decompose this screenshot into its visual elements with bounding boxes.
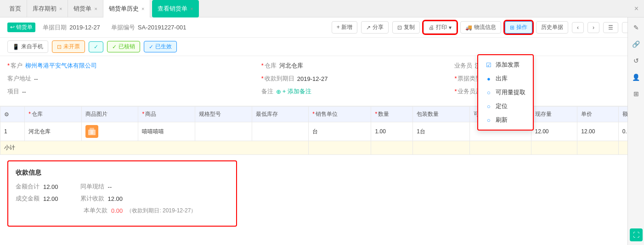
history-button[interactable]: 历史单据 [536, 21, 568, 34]
tab-inventory-close[interactable]: × [59, 6, 62, 11]
col-warehouse: 仓库 [25, 107, 82, 122]
total-amount-field: 金额合计 12.00 [16, 182, 58, 191]
svg-rect-1 [90, 128, 94, 131]
confirm-icon: ✓ [94, 44, 98, 50]
available-qty-item[interactable]: ○ 可用量提取 [478, 85, 533, 99]
due-date-value: 2019-12-27 [297, 75, 328, 82]
tab-bar-close-button[interactable]: × [634, 5, 638, 13]
list-view-button[interactable]: ☰ [603, 22, 618, 33]
ops-button[interactable]: ⊞ 操作 [505, 21, 532, 34]
confirm-button[interactable]: ✓ [89, 41, 103, 52]
radio-selected-icon: ● [486, 75, 492, 82]
print-button[interactable]: 🖨 打印 ▾ [424, 21, 457, 34]
total-amount-label: 金额合计 [16, 182, 40, 191]
from-mobile-button[interactable]: 📱 来自手机 [7, 40, 48, 53]
locate-item[interactable]: ○ 定位 [478, 99, 533, 113]
row-spec [195, 122, 252, 141]
col-settings[interactable]: ⚙ [0, 107, 25, 122]
row-min-stock [252, 122, 309, 141]
row-quantity: 1.00 [371, 122, 413, 141]
tab-bar: 首页 库存期初 × 销货单 × 销货单历史 × 查看销货单 × × [0, 0, 644, 17]
outbound-item[interactable]: ● 出库 [478, 72, 533, 85]
due-date-hint: （收款到期日: 2019-12-27） [126, 207, 196, 215]
same-order-value: -- [108, 183, 112, 190]
customer-value[interactable]: 柳州粤港平安气体有限公司 [25, 62, 97, 70]
address-value: -- [34, 75, 38, 82]
subtotal-price [577, 141, 618, 155]
form-section: 客户 柳州粤港平安气体有限公司 仓库 河北仓库 业务员 演示账号 客户地址 --… [0, 56, 644, 106]
prev-button[interactable]: ‹ [572, 22, 584, 33]
add-remark-button[interactable]: ⊕ + 添加备注 [276, 87, 311, 96]
subtotal-unit [309, 141, 371, 155]
tab-sales-close[interactable]: × [94, 6, 97, 11]
warehouse-label: 仓库 [261, 62, 277, 70]
due-date-field: 收款到期日 2019-12-27 [261, 74, 444, 83]
add-invoice-item[interactable]: ☑ 添加发票 [478, 58, 533, 72]
row-unit-price: 12.00 [577, 122, 618, 141]
ticket-icon: ⊡ [57, 44, 62, 50]
logistics-icon: 🚚 [465, 24, 472, 31]
copy-icon: ⊡ [397, 24, 402, 31]
col-product: 商品 [138, 107, 195, 122]
print-icon: 🖨 [429, 24, 434, 31]
form-row-1: 客户 柳州粤港平安气体有限公司 仓库 河北仓库 业务员 演示账号 [7, 62, 637, 70]
sidebar-edit-icon[interactable]: ✎ [630, 21, 643, 34]
transaction-value: 12.00 [43, 195, 58, 202]
col-unit-price: 单价 [577, 107, 618, 122]
cumulative-field: 累计收款 12.00 [80, 194, 123, 203]
next-button[interactable]: › [588, 22, 599, 33]
sidebar-user-icon[interactable]: 👤 [630, 71, 643, 84]
tab-inventory[interactable]: 库存期初 × [27, 0, 68, 17]
sidebar-grid-icon[interactable]: ⊞ [630, 87, 643, 100]
tab-sales-history-close[interactable]: × [141, 6, 144, 11]
copy-button[interactable]: ⊡ 复制 [392, 21, 420, 34]
arrears-field: 本单欠款 0.00 （收款到期日: 2019-12-27） [84, 206, 196, 215]
tab-sales[interactable]: 销货单 × [68, 0, 103, 17]
add-invoice-label: 添加发票 [496, 61, 520, 69]
receipt-row-3: 本单欠款 0.00 （收款到期日: 2019-12-27） [16, 206, 229, 215]
mobile-icon: 📱 [12, 44, 19, 50]
tab-view-sales-close[interactable]: × [190, 6, 193, 11]
print-dropdown-icon: ▾ [449, 24, 452, 31]
sidebar-link-icon[interactable]: 🔗 [630, 38, 643, 51]
doc-date-label: 单据日期 [43, 23, 67, 32]
doc-meta: 单据日期 2019-12-27 单据编号 SA-20191227-001 [43, 23, 324, 32]
sales-table: ⚙ 仓库 商品图片 商品 规格型号 最低库存 销售单位 数量 包装数量 可用量 … [0, 106, 644, 155]
same-order-field: 同单现结 -- [80, 182, 112, 191]
cumulative-label: 累计收款 [80, 194, 104, 203]
tab-sales-history-label: 销货单历史 [109, 5, 139, 13]
toolbar: + 新增 ↗ 分享 ⊡ 复制 🖨 打印 ▾ 🚚 物流信息 ⊞ 操作 [332, 21, 637, 34]
refresh-item[interactable]: ○ 刷新 [478, 113, 533, 127]
radio-icon-3: ○ [486, 117, 492, 123]
doc-header: ↩ 销货单 单据日期 2019-12-27 单据编号 SA-20191227-0… [0, 17, 644, 38]
doc-type-icon: ↩ 销货单 [7, 23, 35, 32]
new-button[interactable]: + 新增 [332, 21, 357, 34]
arrears-value: 0.00 [111, 207, 123, 214]
subtotal-label: 小计 [0, 141, 309, 155]
outbound-label: 出库 [496, 74, 508, 83]
subtotal-row: 小计 [0, 141, 644, 155]
tab-sales-history[interactable]: 销货单历史 × [103, 0, 150, 17]
not-open-button[interactable]: ⊡ 未开票 [52, 40, 85, 53]
col-quantity: 数量 [371, 107, 413, 122]
table-header-row: ⚙ 仓库 商品图片 商品 规格型号 最低库存 销售单位 数量 包装数量 可用量 … [0, 107, 644, 122]
due-date-label: 收款到期日 [261, 74, 294, 83]
remark-label: 备注 [261, 87, 273, 96]
receipt-row-2: 成交金额 12.00 累计收款 12.00 [16, 194, 229, 203]
logistics-button[interactable]: 🚚 物流信息 [460, 21, 501, 34]
warehouse-field: 仓库 河北仓库 [261, 62, 444, 70]
receipt-title: 收款信息 [16, 169, 229, 177]
col-current-stock: 现存量 [531, 107, 577, 122]
sidebar-history-icon[interactable]: ↺ [630, 54, 643, 67]
tab-view-sales[interactable]: 查看销货单 × [152, 0, 198, 17]
action-row: 📱 来自手机 ⊡ 未开票 ✓ ✓ 已核销 ✓ 已生效 ☑ 添加发票 ● 出库 [0, 38, 644, 56]
tab-home[interactable]: 首页 [4, 0, 27, 17]
operations-dropdown: ☑ 添加发票 ● 出库 ○ 可用量提取 ○ 定位 ○ 刷新 [477, 54, 534, 131]
address-field: 客户地址 -- [7, 74, 250, 83]
share-button[interactable]: ↗ 分享 [361, 21, 389, 34]
product-img-svg [87, 127, 96, 136]
sidebar-expand-icon[interactable]: ⛶ [630, 228, 643, 241]
effective-badge: ✓ 已生效 [144, 41, 177, 52]
project-field: 项目 -- [7, 87, 250, 96]
doc-date-field: 单据日期 2019-12-27 [43, 23, 100, 32]
